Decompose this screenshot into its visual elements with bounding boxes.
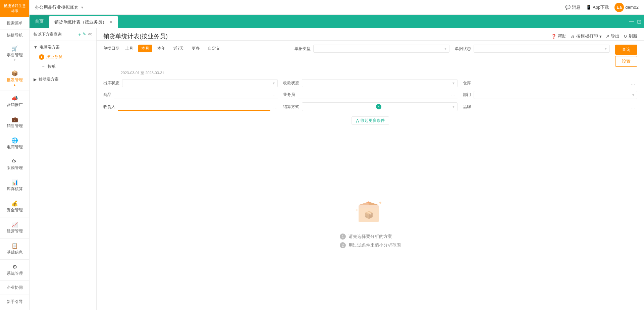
settlement-clear-button[interactable]: ×: [376, 104, 381, 109]
top-bar-right: 💬 消息 📱 App下载 Ea demo2: [565, 3, 639, 12]
avatar: Ea: [614, 3, 624, 12]
sidebar-item-inventory[interactable]: 📊 库存核算: [0, 175, 29, 196]
search-menu-item[interactable]: 搜索菜单: [0, 17, 29, 30]
app-download-button[interactable]: 📱 App下载: [586, 4, 609, 10]
sidebar-item-wholesale[interactable]: 📦 批发管理 ▴: [0, 66, 29, 91]
logo-text: 畅捷通好生意 标版: [3, 3, 26, 14]
sidebar-item-retail[interactable]: 🛒 零售管理 ▾: [0, 41, 29, 66]
add-scheme-icon[interactable]: +: [78, 32, 81, 37]
sidebar-item-system[interactable]: ⚙ 系统管理: [0, 260, 29, 281]
svg-point-7: [356, 209, 358, 211]
out-status-label: 出库状态: [103, 80, 119, 86]
tab-maximize-icon[interactable]: ⊡: [637, 18, 641, 25]
empty-state: ✦ 📦 1 请先选择要分析的方案 2 用过滤条件来: [97, 131, 644, 310]
sidebar-item-operation[interactable]: 📈 经营管理: [0, 217, 29, 239]
filter-area: 单据日期 上月 本月 本年 近7天 更多 自定义 单据类型: [97, 41, 644, 131]
refresh-button[interactable]: ↻ 刷新: [624, 33, 637, 39]
doc-type-select[interactable]: ▾: [313, 45, 449, 53]
empty-tip-1: 1 请先选择要分析的方案: [340, 234, 401, 240]
tab-home[interactable]: 首页: [30, 15, 49, 28]
date-btn-custom[interactable]: 自定义: [205, 45, 223, 52]
scheme-group-mobile-header[interactable]: ▶ 移动端方案: [30, 74, 96, 84]
filter-row-2: 出库状态 ▾ 收款状态 ▾ 仓库: [103, 79, 637, 87]
dept-select[interactable]: ▾: [474, 91, 637, 99]
print-button[interactable]: 🖨 按模板打印 ▾: [571, 33, 602, 39]
out-status-filter: 出库状态 ▾: [103, 79, 278, 87]
scheme-group-pc-header[interactable]: ▼ 电脑端方案: [30, 42, 96, 52]
date-btn-more[interactable]: 更多: [189, 45, 203, 52]
quick-nav-item[interactable]: 快捷导航: [0, 30, 29, 41]
doc-status-caret: ▾: [605, 46, 607, 51]
consignee-dots[interactable]: …: [273, 104, 278, 109]
collapse-panel-icon[interactable]: ≪: [88, 32, 92, 37]
top-bar-left: 办公用品行业模拟账套 ▾: [35, 4, 83, 10]
filter-row-3: 商品 … 业务员 … 部门: [103, 91, 637, 99]
date-btn-lastmonth[interactable]: 上月: [122, 45, 136, 52]
date-btn-7days[interactable]: 近7天: [170, 45, 187, 52]
consignee-input[interactable]: [118, 103, 270, 111]
sidebar-item-basic-info[interactable]: 📋 基础信息: [0, 239, 29, 260]
print-dropdown-icon[interactable]: ▾: [599, 34, 602, 39]
app-title-dropdown[interactable]: ▾: [81, 5, 83, 10]
tab-close-icon[interactable]: ✕: [109, 20, 113, 24]
tab-minimize-icon[interactable]: —: [629, 18, 634, 24]
message-button[interactable]: 💬 消息: [565, 4, 581, 10]
goods-input-area[interactable]: …: [114, 91, 278, 99]
scheme-item-by-order[interactable]: ⋯ 按单: [30, 62, 96, 71]
brand-input-area[interactable]: …: [474, 103, 637, 111]
dept-caret: ▾: [632, 93, 634, 97]
export-icon: ↗: [606, 34, 609, 39]
date-range-display: 2023-03-01 至 2023-03-31: [103, 70, 637, 75]
empty-tip-2: 2 用过滤条件来缩小分析范围: [340, 242, 401, 248]
settings-button[interactable]: 设置: [615, 56, 637, 67]
consignee-filter: 收货人 …: [103, 103, 278, 111]
warehouse-label: 仓库: [463, 80, 471, 86]
date-btn-thisyear[interactable]: 本年: [154, 45, 168, 52]
out-status-select[interactable]: ▾: [122, 79, 278, 87]
sidebar-item-marketing[interactable]: 📣 营销推广: [0, 91, 29, 112]
message-icon: 💬: [565, 5, 571, 10]
collapse-button[interactable]: ⋀ 收起更多条件: [352, 116, 389, 125]
receipt-status-select[interactable]: ▾: [302, 79, 458, 87]
goods-filter: 商品 …: [103, 91, 278, 99]
goods-label: 商品: [103, 92, 111, 98]
logo-area[interactable]: 畅捷通好生意 标版: [0, 0, 29, 17]
salesperson-input-area[interactable]: …: [298, 91, 458, 99]
brand-label: 品牌: [463, 104, 471, 110]
export-button[interactable]: ↗ 导出: [606, 33, 620, 39]
date-filter-item: 单据日期 上月 本月 本年 近7天 更多 自定义: [103, 45, 289, 52]
tip-num-2: 2: [340, 242, 346, 248]
settlement-filter: 结算方式 × ▾: [283, 102, 458, 111]
svg-text:📦: 📦: [364, 210, 374, 219]
page-title: 销货单统计表(按业务员): [103, 32, 168, 40]
date-label: 单据日期: [103, 46, 119, 51]
sidebar-item-finance[interactable]: 💰 资金管理: [0, 196, 29, 217]
warehouse-input-area[interactable]: …: [474, 79, 637, 87]
sidebar-item-ecommerce[interactable]: 🌐 电商管理: [0, 133, 29, 154]
sidebar-item-enterprise[interactable]: 企业协同: [0, 281, 29, 295]
settlement-select[interactable]: × ▾: [302, 102, 458, 111]
right-panel: 销货单统计表(按业务员) ❓ 帮助 🖨 按模板打印 ▾ ↗ 导出: [97, 28, 644, 310]
sidebar-item-sales[interactable]: 💼 销售管理: [0, 112, 29, 133]
edit-scheme-icon[interactable]: ✎: [83, 32, 86, 37]
left-panel-title: 按以下方案查询: [34, 32, 62, 37]
left-panel: 按以下方案查询 + ✎ ≪ ▼ 电脑端方案 ● 按业务员: [30, 28, 97, 310]
dept-filter: 部门 ▾: [463, 91, 637, 99]
action-buttons-area: 查询 设置: [615, 45, 637, 67]
scheme-item-by-salesperson[interactable]: ● 按业务员: [30, 52, 96, 62]
doc-type-caret: ▾: [444, 46, 446, 51]
sidebar-item-newuser[interactable]: 新手引导: [0, 295, 29, 309]
top-bar: 办公用品行业模拟账套 ▾ 💬 消息 📱 App下载 Ea demo2: [30, 0, 644, 15]
help-button[interactable]: ❓ 帮助: [551, 33, 567, 39]
consignee-label: 收货人: [103, 104, 115, 110]
settlement-caret: ▾: [452, 104, 454, 109]
main-area: 办公用品行业模拟账套 ▾ 💬 消息 📱 App下载 Ea demo2 首页 销货…: [30, 0, 644, 310]
receipt-status-label: 收款状态: [283, 80, 299, 86]
doc-status-select[interactable]: ▾: [474, 45, 610, 53]
page-header-actions: ❓ 帮助 🖨 按模板打印 ▾ ↗ 导出 ↻ 刷新: [551, 33, 637, 39]
tab-sales-stat[interactable]: 销货单统计表（按业务员） ✕: [49, 16, 118, 28]
sidebar-item-purchase[interactable]: 🛍 采购管理: [0, 154, 29, 175]
date-btn-thismonth[interactable]: 本月: [138, 45, 152, 52]
query-button[interactable]: 查询: [615, 45, 637, 55]
user-avatar-area[interactable]: Ea demo2: [614, 3, 639, 12]
